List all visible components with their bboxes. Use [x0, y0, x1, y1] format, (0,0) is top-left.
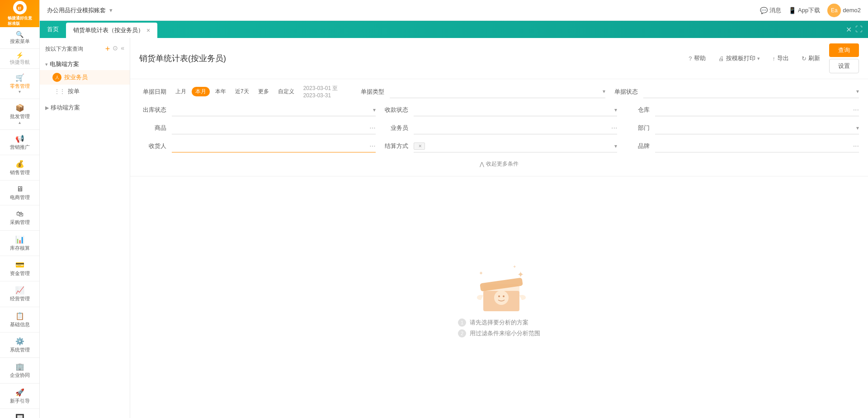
- settle-tag: ×: [414, 142, 425, 150]
- main-wrapper: 办公用品行业模拟账套 ▾ 💬 消息 📱 App下载 Ea demo2 首页: [40, 0, 868, 418]
- date-tab-last-month[interactable]: 上月: [172, 87, 190, 96]
- sidebar-item-sales[interactable]: 💰 销售管理: [0, 155, 39, 180]
- collapse-icon: ⋀: [480, 161, 484, 167]
- collapse-conditions-btn[interactable]: ⋀ 收起更多条件: [139, 157, 859, 171]
- tag-close-btn[interactable]: ×: [419, 143, 422, 149]
- scheme-by-order[interactable]: ⋮⋮ 按单: [40, 85, 130, 98]
- settle-method-control: × ▾: [414, 139, 618, 153]
- empty-state: ✦ ✦ ✦ 1 请先选择要分析的方案 2 用过滤条件来: [130, 176, 868, 418]
- pay-status-control: ▾: [414, 103, 618, 117]
- add-scheme-btn[interactable]: +: [105, 44, 110, 54]
- mobile-section: ▶ 移动端方案: [40, 100, 130, 115]
- sidebar-item-apps[interactable]: 🔲 应用中心: [0, 409, 39, 418]
- settings-button[interactable]: 设置: [829, 59, 859, 73]
- system-icon: ⚙️: [15, 337, 24, 346]
- message-btn[interactable]: 💬 消息: [760, 6, 781, 14]
- mobile-group-expand-icon: ▶: [45, 105, 49, 111]
- window-minimize-btn[interactable]: ✕: [846, 25, 852, 34]
- receiver-dots: ···: [369, 142, 375, 150]
- print-btn[interactable]: 🖨 按模板打印: [715, 52, 764, 64]
- tabbar: 首页 销货单统计表（按业务员） × ✕ ⛶: [40, 21, 868, 38]
- sidebar-item-retail[interactable]: 🛒 零售管理 ▾: [0, 69, 39, 99]
- date-range-display: 2023-03-01 至 2023-03-31: [303, 85, 352, 99]
- window-maximize-btn[interactable]: ⛶: [855, 25, 863, 33]
- pay-status-arrow: ▾: [614, 107, 617, 113]
- settle-method-select[interactable]: × ▾: [414, 140, 618, 152]
- topbar-right: 💬 消息 📱 App下载 Ea demo2: [760, 4, 861, 17]
- tabbar-actions: ✕ ⛶: [840, 21, 868, 38]
- warehouse-select[interactable]: ···: [655, 104, 859, 116]
- settle-tag-container: ×: [414, 142, 425, 150]
- page-header-actions: ? 帮助 🖨 按模板打印 ↑ 导出 ↻ 刷新: [685, 43, 859, 73]
- dept-label: 部门: [623, 124, 650, 132]
- sidebar-item-marketing[interactable]: 📢 营销推广: [0, 130, 39, 155]
- settle-arrow: ▾: [614, 143, 617, 149]
- filter-row-2: 出库状态 ▾ 收款状态 ▾ 仓库: [139, 103, 859, 117]
- desktop-group-label: 电脑端方案: [50, 60, 79, 68]
- sidebar-item-guide[interactable]: 🚀 新手引导: [0, 384, 39, 409]
- date-tab-this-month[interactable]: 本月: [192, 87, 210, 96]
- query-button[interactable]: 查询: [829, 43, 859, 57]
- sidebar-item-finance[interactable]: 💳 资金管理: [0, 256, 39, 281]
- quick-nav-item[interactable]: ⚡ 快捷导航: [0, 49, 39, 69]
- sidebar-item-ecommerce[interactable]: 🖥 电商管理: [0, 180, 39, 205]
- tabbar-spacer: [157, 21, 840, 38]
- receiver-control: ···: [172, 139, 376, 153]
- receiver-input[interactable]: ···: [172, 140, 376, 152]
- brand-select[interactable]: ···: [655, 140, 859, 152]
- sidebar-item-enterprise[interactable]: 🏢 企业协同: [0, 358, 39, 383]
- app-download-btn[interactable]: 📱 App下载: [788, 6, 820, 14]
- out-status-select[interactable]: ▾: [172, 104, 376, 116]
- tab-sales-stats[interactable]: 销货单统计表（按业务员） ×: [66, 23, 157, 38]
- guide-icon: 🚀: [15, 388, 24, 397]
- dept-control: ▾: [655, 121, 859, 135]
- refresh-icon: ↻: [802, 55, 807, 62]
- logo-icon: 好: [13, 1, 27, 14]
- sidebar-item-wholesale[interactable]: 📦 批发管理 ▴: [0, 99, 39, 129]
- desktop-group[interactable]: ▾ 电脑端方案: [40, 58, 130, 70]
- tab-close-btn[interactable]: ×: [146, 27, 150, 34]
- date-tab-more[interactable]: 更多: [255, 87, 273, 96]
- filter-row-4: 收货人 ··· 结算方式 ×: [139, 139, 859, 153]
- pay-status-select[interactable]: ▾: [414, 104, 618, 116]
- sidebar-item-inventory[interactable]: 📊 库存核算: [0, 231, 39, 256]
- retail-icon: 🛒: [15, 73, 24, 82]
- settle-method-label: 结算方式: [381, 142, 408, 150]
- export-btn[interactable]: ↑ 导出: [769, 52, 793, 64]
- sidebar-item-system[interactable]: ⚙️ 系统管理: [0, 332, 39, 358]
- empty-hints: 1 请先选择要分析的方案 2 用过滤条件来缩小分析范围: [458, 318, 540, 337]
- edit-scheme-btn[interactable]: ⊙: [113, 44, 118, 54]
- doc-status-select[interactable]: ▾: [643, 86, 859, 98]
- date-tab-this-year[interactable]: 本年: [212, 87, 230, 96]
- page-header: 销货单统计表(按业务员) ? 帮助 🖨 按模板打印 ↑ 导出: [130, 38, 868, 79]
- user-profile-btn[interactable]: Ea demo2: [827, 4, 861, 17]
- dept-select[interactable]: ▾: [655, 122, 859, 134]
- export-icon: ↑: [773, 55, 776, 62]
- apps-icon: 🔲: [15, 413, 24, 418]
- doc-type-label: 单据类型: [357, 88, 384, 96]
- app-dropdown-icon[interactable]: ▾: [109, 7, 113, 14]
- salesperson-select[interactable]: ···: [414, 122, 618, 134]
- sidebar-item-basic[interactable]: 📋 基础信息: [0, 307, 39, 332]
- download-icon: 📱: [788, 7, 796, 14]
- tab-home[interactable]: 首页: [40, 21, 66, 38]
- goods-control: ···: [172, 121, 376, 135]
- goods-select[interactable]: ···: [172, 122, 376, 134]
- operations-icon: 📈: [15, 286, 24, 294]
- date-tab-custom[interactable]: 自定义: [274, 87, 298, 96]
- scheme-by-salesperson[interactable]: 人 按业务员: [40, 70, 130, 85]
- topbar: 办公用品行业模拟账套 ▾ 💬 消息 📱 App下载 Ea demo2: [40, 0, 868, 21]
- sidebar-item-purchase[interactable]: 🛍 采购管理: [0, 205, 39, 230]
- sidebar-item-operations[interactable]: 📈 经营管理: [0, 281, 39, 307]
- search-menu-item[interactable]: 🔍 搜索菜单: [0, 27, 39, 49]
- collapse-panel-btn[interactable]: «: [121, 44, 124, 54]
- date-tab-last-7-days[interactable]: 近7天: [231, 87, 253, 96]
- doc-type-select[interactable]: ▾: [390, 86, 605, 98]
- refresh-btn[interactable]: ↻ 刷新: [798, 52, 824, 64]
- hint-number-2: 2: [458, 329, 466, 337]
- help-btn[interactable]: ? 帮助: [685, 52, 709, 64]
- mobile-group[interactable]: ▶ 移动端方案: [40, 102, 130, 114]
- brand-label: 品牌: [623, 142, 650, 150]
- brand-control: ···: [655, 139, 859, 153]
- empty-svg: ✦ ✦ ✦: [472, 257, 531, 316]
